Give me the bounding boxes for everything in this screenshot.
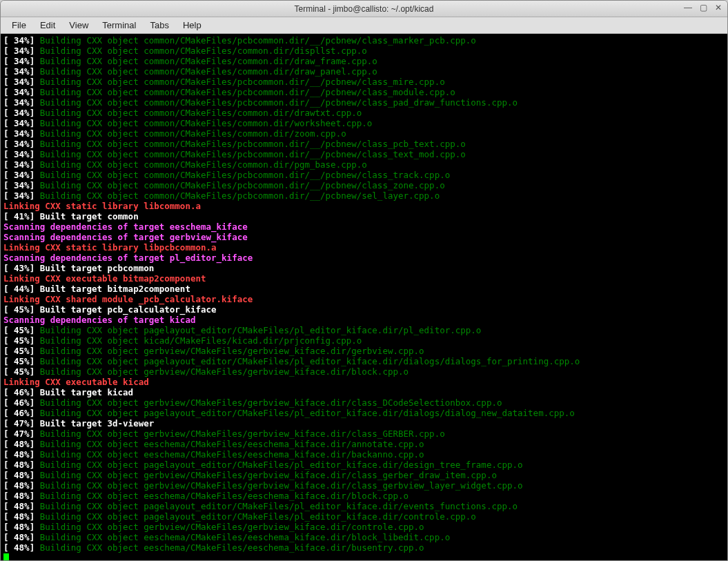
terminal-line: [ 46%] Building CXX object gerbview/CMak… [3, 397, 725, 408]
terminal-line: [ 43%] Built target pcbcommon [3, 263, 725, 273]
titlebar[interactable]: Terminal - jimbo@callisto: ~/.opt/kicad … [1, 1, 727, 17]
terminal-line: [ 34%] Building CXX object common/CMakeF… [3, 56, 725, 66]
terminal-line: [ 34%] Building CXX object common/CMakeF… [3, 170, 725, 180]
terminal-line: [ 34%] Building CXX object common/CMakeF… [3, 46, 725, 56]
menu-tabs[interactable]: Tabs [143, 18, 175, 32]
terminal-line: [ 34%] Building CXX object common/CMakeF… [3, 97, 725, 108]
terminal-line: [ 34%] Building CXX object common/CMakeF… [3, 118, 725, 128]
close-icon[interactable]: ✕ [714, 3, 723, 12]
maximize-icon[interactable]: ▢ [698, 3, 708, 12]
cursor-icon [3, 553, 9, 560]
terminal-line: [ 46%] Built target kicad [3, 387, 725, 397]
terminal-line: Linking CXX static library libcommon.a [3, 201, 725, 211]
terminal-line: [ 48%] Building CXX object pagelayout_ed… [3, 511, 725, 522]
terminal-line: [ 34%] Building CXX object common/CMakeF… [3, 190, 725, 201]
terminal-line: [ 48%] Building CXX object gerbview/CMak… [3, 522, 725, 532]
terminal-line: [ 48%] Building CXX object eeschema/CMak… [3, 439, 725, 449]
terminal-line: [ 45%] Building CXX object kicad/CMakeFi… [3, 335, 725, 346]
terminal-line: [ 34%] Building CXX object common/CMakeF… [3, 180, 725, 190]
menu-terminal[interactable]: Terminal [95, 18, 143, 32]
terminal-line: [ 45%] Building CXX object gerbview/CMak… [3, 366, 725, 377]
terminal-line: [ 48%] Building CXX object eeschema/CMak… [3, 491, 725, 501]
window-title: Terminal - jimbo@callisto: ~/.opt/kicad [295, 4, 434, 14]
terminal-line: [ 48%] Building CXX object gerbview/CMak… [3, 470, 725, 480]
terminal-line: [ 46%] Building CXX object pagelayout_ed… [3, 408, 725, 418]
terminal-line: [ 45%] Building CXX object pagelayout_ed… [3, 325, 725, 335]
terminal-cursor-line [3, 553, 725, 560]
terminal-line: Linking CXX executable kicad [3, 377, 725, 387]
terminal-line: Scanning dependencies of target gerbview… [3, 232, 725, 242]
terminal-line: Linking CXX executable bitmap2component [3, 273, 725, 284]
terminal-line: [ 34%] Building CXX object common/CMakeF… [3, 66, 725, 77]
terminal-line: [ 48%] Building CXX object pagelayout_ed… [3, 460, 725, 470]
terminal-line: Linking CXX static library libpcbcommon.… [3, 242, 725, 253]
terminal-line: [ 34%] Building CXX object common/CMakeF… [3, 108, 725, 118]
terminal-line: [ 48%] Building CXX object eeschema/CMak… [3, 532, 725, 542]
terminal-line: Scanning dependencies of target pl_edito… [3, 253, 725, 263]
terminal-line: Linking CXX shared module _pcb_calculato… [3, 294, 725, 304]
terminal-line: [ 34%] Building CXX object common/CMakeF… [3, 159, 725, 170]
terminal-line: [ 41%] Built target common [3, 211, 725, 222]
terminal-line: [ 45%] Built target pcb_calculator_kifac… [3, 304, 725, 315]
terminal-line: [ 34%] Building CXX object common/CMakeF… [3, 77, 725, 87]
minimize-icon[interactable]: — [683, 3, 693, 12]
terminal-line: [ 45%] Building CXX object pagelayout_ed… [3, 356, 725, 366]
terminal-line: [ 34%] Building CXX object common/CMakeF… [3, 139, 725, 149]
menu-help[interactable]: Help [176, 18, 208, 32]
terminal-line: Scanning dependencies of target eeschema… [3, 222, 725, 232]
terminal-line: [ 34%] Building CXX object common/CMakeF… [3, 87, 725, 97]
terminal-line: [ 48%] Building CXX object gerbview/CMak… [3, 480, 725, 491]
menu-edit[interactable]: Edit [33, 18, 62, 32]
terminal-line: [ 44%] Built target bitmap2component [3, 284, 725, 294]
terminal-line: [ 48%] Building CXX object eeschema/CMak… [3, 542, 725, 553]
terminal-line: [ 45%] Building CXX object gerbview/CMak… [3, 346, 725, 356]
terminal-line: [ 47%] Building CXX object gerbview/CMak… [3, 429, 725, 439]
terminal-line: Scanning dependencies of target kicad [3, 315, 725, 325]
terminal-line: [ 34%] Building CXX object common/CMakeF… [3, 128, 725, 139]
terminal-line: [ 48%] Building CXX object eeschema/CMak… [3, 449, 725, 460]
terminal-line: [ 34%] Building CXX object common/CMakeF… [3, 149, 725, 159]
menu-file[interactable]: File [5, 18, 33, 32]
terminal-output[interactable]: [ 34%] Building CXX object common/CMakeF… [1, 34, 727, 560]
terminal-line: [ 34%] Building CXX object common/CMakeF… [3, 35, 725, 46]
terminal-line: [ 47%] Built target 3d-viewer [3, 418, 725, 429]
menu-view[interactable]: View [62, 18, 95, 32]
window-controls: — ▢ ✕ [683, 3, 723, 12]
menubar: File Edit View Terminal Tabs Help [1, 17, 727, 34]
terminal-line: [ 48%] Building CXX object pagelayout_ed… [3, 501, 725, 511]
